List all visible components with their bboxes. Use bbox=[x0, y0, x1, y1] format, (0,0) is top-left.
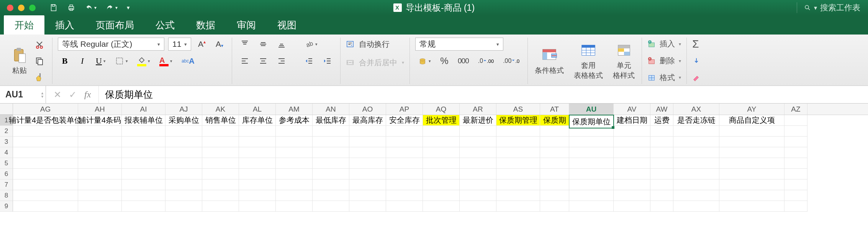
cell-AS3[interactable] bbox=[496, 137, 540, 147]
cell-AL6[interactable] bbox=[239, 169, 276, 179]
cell-AP9[interactable] bbox=[386, 201, 423, 212]
cell-AU5[interactable] bbox=[569, 158, 614, 169]
column-header-AJ[interactable]: AJ bbox=[165, 104, 202, 115]
cell-AZ7[interactable] bbox=[784, 179, 807, 190]
minimize-window-button[interactable] bbox=[18, 5, 25, 11]
cell-AH8[interactable] bbox=[78, 190, 122, 201]
maximize-window-button[interactable] bbox=[29, 5, 36, 11]
cell-AO7[interactable] bbox=[349, 179, 386, 190]
cell-AL5[interactable] bbox=[239, 158, 276, 169]
fill-button[interactable] bbox=[692, 54, 701, 67]
cell-AH9[interactable] bbox=[78, 201, 122, 212]
cell-AP8[interactable] bbox=[386, 190, 423, 201]
cell-AV7[interactable] bbox=[614, 179, 650, 190]
cell-AI1[interactable]: 报表辅单位 bbox=[122, 115, 165, 126]
tab-view[interactable]: 视图 bbox=[267, 15, 307, 35]
cell-AT1[interactable]: 保质期 bbox=[540, 115, 569, 126]
cell-AM1[interactable]: 参考成本 bbox=[276, 115, 313, 126]
paste-button[interactable]: 粘贴 bbox=[9, 38, 30, 84]
cell-AL1[interactable]: 库存单位 bbox=[239, 115, 276, 126]
cell-AX2[interactable] bbox=[673, 126, 719, 137]
font-size-select[interactable]: 11 bbox=[168, 38, 191, 51]
cell-AP1[interactable]: 安全库存 bbox=[386, 115, 423, 126]
cut-button[interactable] bbox=[32, 38, 47, 51]
cell-AO8[interactable] bbox=[349, 190, 386, 201]
cell-AZ4[interactable] bbox=[784, 147, 807, 158]
cell-AW6[interactable] bbox=[650, 169, 673, 179]
cell-AP5[interactable] bbox=[386, 158, 423, 169]
tab-data[interactable]: 数据 bbox=[185, 15, 226, 35]
column-header-AN[interactable]: AN bbox=[313, 104, 349, 115]
cell-AW1[interactable]: 运费 bbox=[650, 115, 673, 126]
cell-AW3[interactable] bbox=[650, 137, 673, 147]
cell-AW4[interactable] bbox=[650, 147, 673, 158]
cell-AQ7[interactable] bbox=[423, 179, 460, 190]
cell-AT8[interactable] bbox=[540, 190, 569, 201]
cell-AK1[interactable]: 销售单位 bbox=[202, 115, 239, 126]
column-header-AL[interactable]: AL bbox=[239, 104, 276, 115]
cell-AZ2[interactable] bbox=[784, 126, 807, 137]
cell-AU4[interactable] bbox=[569, 147, 614, 158]
cell-AH7[interactable] bbox=[78, 179, 122, 190]
column-header-AS[interactable]: AS bbox=[496, 104, 540, 115]
cell-AO3[interactable] bbox=[349, 137, 386, 147]
cell-AO4[interactable] bbox=[349, 147, 386, 158]
cell-AX3[interactable] bbox=[673, 137, 719, 147]
italic-button[interactable]: I bbox=[75, 54, 89, 67]
tab-formulas[interactable]: 公式 bbox=[145, 15, 185, 35]
cell-AX8[interactable] bbox=[673, 190, 719, 201]
merge-center-button[interactable]: 合并后居中 ▾ bbox=[346, 56, 404, 69]
cell-AO6[interactable] bbox=[349, 169, 386, 179]
cell-AX7[interactable] bbox=[673, 179, 719, 190]
insert-cells-button[interactable]: + 插入▾ bbox=[647, 38, 681, 51]
cell-AG6[interactable] bbox=[13, 169, 78, 179]
wrap-text-button[interactable]: 自动换行 bbox=[346, 38, 404, 51]
cell-AY5[interactable] bbox=[719, 158, 784, 169]
cell-AY3[interactable] bbox=[719, 137, 784, 147]
cell-AZ9[interactable] bbox=[784, 201, 807, 212]
cell-AN6[interactable] bbox=[313, 169, 349, 179]
cell-AK3[interactable] bbox=[202, 137, 239, 147]
cell-AP7[interactable] bbox=[386, 179, 423, 190]
undo-button[interactable]: ▾ bbox=[85, 3, 97, 12]
cell-AG1[interactable]: 辅计量4是否包装单位 bbox=[13, 115, 78, 126]
cell-AN7[interactable] bbox=[313, 179, 349, 190]
number-format-select[interactable]: 常规 bbox=[415, 38, 503, 51]
column-header-AT[interactable]: AT bbox=[540, 104, 569, 115]
cell-AQ1[interactable]: 批次管理 bbox=[423, 115, 460, 126]
cell-AR6[interactable] bbox=[460, 169, 496, 179]
cell-AV3[interactable] bbox=[614, 137, 650, 147]
cell-AP3[interactable] bbox=[386, 137, 423, 147]
row-header-6[interactable]: 6 bbox=[0, 169, 13, 179]
cell-AH1[interactable]: 辅计量4条码 bbox=[78, 115, 122, 126]
cell-AU1[interactable]: 保质期单位 bbox=[569, 115, 614, 128]
cell-AW8[interactable] bbox=[650, 190, 673, 201]
cell-AK8[interactable] bbox=[202, 190, 239, 201]
increase-indent-button[interactable] bbox=[320, 54, 335, 67]
cell-AQ6[interactable] bbox=[423, 169, 460, 179]
cell-AV4[interactable] bbox=[614, 147, 650, 158]
enter-formula-button[interactable]: ✓ bbox=[69, 89, 77, 100]
orientation-button[interactable]: ab bbox=[302, 38, 320, 51]
cell-AR7[interactable] bbox=[460, 179, 496, 190]
cell-AI8[interactable] bbox=[122, 190, 165, 201]
cell-AQ9[interactable] bbox=[423, 201, 460, 212]
column-header-AW[interactable]: AW bbox=[650, 104, 673, 115]
cell-AN4[interactable] bbox=[313, 147, 349, 158]
cell-AJ2[interactable] bbox=[165, 126, 202, 137]
cell-AM9[interactable] bbox=[276, 201, 313, 212]
tab-insert[interactable]: 插入 bbox=[44, 15, 85, 35]
cell-AI5[interactable] bbox=[122, 158, 165, 169]
cell-AV6[interactable] bbox=[614, 169, 650, 179]
row-header-7[interactable]: 7 bbox=[0, 179, 13, 190]
cell-AI6[interactable] bbox=[122, 169, 165, 179]
cell-AK6[interactable] bbox=[202, 169, 239, 179]
cell-AT5[interactable] bbox=[540, 158, 569, 169]
save-button[interactable] bbox=[49, 3, 58, 12]
cell-AI2[interactable] bbox=[122, 126, 165, 137]
cell-AM7[interactable] bbox=[276, 179, 313, 190]
column-header-AI[interactable]: AI bbox=[122, 104, 165, 115]
cell-AM6[interactable] bbox=[276, 169, 313, 179]
cell-AW9[interactable] bbox=[650, 201, 673, 212]
cell-AN1[interactable]: 最低库存 bbox=[313, 115, 349, 126]
